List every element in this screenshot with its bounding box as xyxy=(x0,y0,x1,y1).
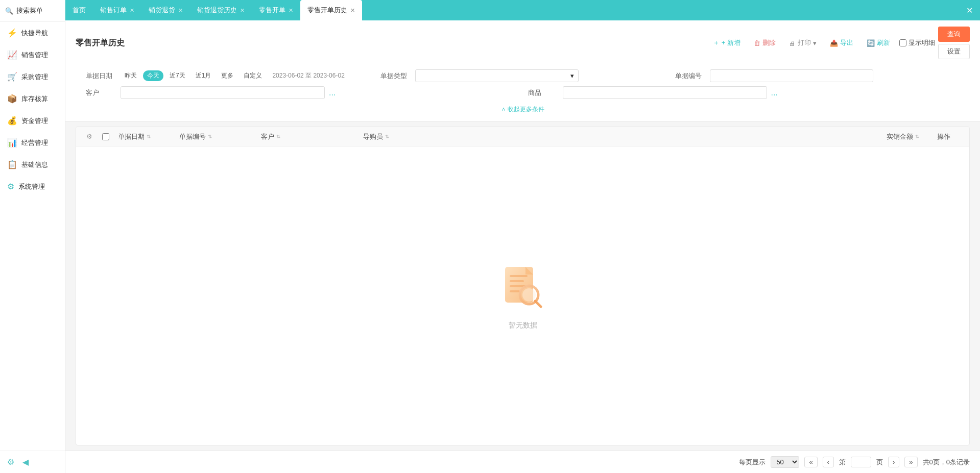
filter-customer: 客户 ... xyxy=(86,86,518,99)
sidebar-item-label: 销售管理 xyxy=(21,51,48,60)
export-icon: 📤 xyxy=(830,39,838,47)
query-buttons: 查询 设置 xyxy=(938,27,970,59)
print-icon: 🖨 xyxy=(789,39,796,47)
th-action: 操作 xyxy=(923,132,964,141)
th-guide[interactable]: 导购员 ⇅ xyxy=(359,132,420,141)
tab-retail-open-history[interactable]: 零售开单历史 ✕ xyxy=(300,0,362,20)
tab-retail-open-close[interactable]: ✕ xyxy=(289,7,293,14)
refresh-label: 刷新 xyxy=(877,38,890,47)
th-customer-sort: ⇅ xyxy=(276,134,280,139)
delete-button[interactable]: 🗑 删除 xyxy=(750,36,780,49)
operations-icon: 📊 xyxy=(7,138,17,147)
show-detail-check[interactable] xyxy=(899,39,906,46)
tab-sales-order[interactable]: 销售订单 ✕ xyxy=(93,0,141,20)
date-btn-more[interactable]: 更多 xyxy=(217,70,237,81)
date-btn-custom[interactable]: 自定义 xyxy=(240,70,266,81)
th-number-sort: ⇅ xyxy=(208,134,212,139)
th-number[interactable]: 单据编号 ⇅ xyxy=(175,132,257,141)
settings-icon[interactable]: ⚙ xyxy=(7,457,14,467)
tab-sales-return[interactable]: 销货退货 ✕ xyxy=(141,0,190,20)
show-detail-label: 显示明细 xyxy=(909,38,935,47)
sys-mgmt-icon: ⚙ xyxy=(7,182,14,191)
inventory-icon: 📦 xyxy=(7,94,17,104)
type-dropdown-icon: ▾ xyxy=(570,72,574,80)
th-date[interactable]: 单据日期 ⇅ xyxy=(114,132,175,141)
date-btn-7days[interactable]: 近7天 xyxy=(165,70,189,81)
filter-number: 单据编号 xyxy=(675,69,960,82)
collapse-icon[interactable]: ◀ xyxy=(22,457,29,467)
th-amount[interactable]: 实销金额 ⇅ xyxy=(862,132,923,141)
sidebar-item-label: 经营管理 xyxy=(21,138,48,147)
purchase-mgmt-icon: 🛒 xyxy=(7,72,17,82)
show-detail-checkbox[interactable]: 显示明细 xyxy=(899,38,935,47)
customer-more-btn[interactable]: ... xyxy=(329,88,336,97)
setting-button[interactable]: 设置 xyxy=(938,44,970,59)
th-amount-sort: ⇅ xyxy=(915,134,919,139)
refresh-button[interactable]: 🔄 刷新 xyxy=(863,36,894,49)
first-page-button[interactable]: « xyxy=(804,457,817,467)
finance-icon: 💰 xyxy=(7,116,17,126)
tab-home[interactable]: 首页 xyxy=(65,0,93,20)
type-select[interactable]: ▾ xyxy=(415,69,579,82)
page-header: 零售开单历史 ＋ + 新增 🗑 删除 🖨 打印 ▾ xyxy=(65,20,980,121)
print-button[interactable]: 🖨 打印 ▾ xyxy=(785,36,821,49)
sidebar-item-sys-mgmt[interactable]: ⚙ 系统管理 xyxy=(0,176,65,197)
print-dropdown-icon: ▾ xyxy=(813,39,817,47)
next-page-button[interactable]: › xyxy=(888,457,899,467)
product-more-btn[interactable]: ... xyxy=(771,88,778,97)
tab-retail-open-history-close[interactable]: ✕ xyxy=(350,7,355,14)
th-customer[interactable]: 客户 ⇅ xyxy=(257,132,359,141)
tab-sales-return-close[interactable]: ✕ xyxy=(178,7,183,14)
number-input[interactable] xyxy=(710,69,873,82)
sidebar-search[interactable]: 🔍 搜索菜单 xyxy=(0,0,65,22)
th-check[interactable] xyxy=(98,133,114,140)
date-buttons: 昨天 今天 近7天 近1月 更多 自定义 xyxy=(121,70,266,81)
date-btn-yesterday[interactable]: 昨天 xyxy=(121,70,141,81)
collapse-bar[interactable]: ∧ 收起更多条件 xyxy=(86,103,960,116)
sidebar-item-label: 库存核算 xyxy=(21,94,48,104)
sidebar: 🔍 搜索菜单 ⚡ 快捷导航 📈 销售管理 🛒 采购管理 📦 库存核算 💰 资金管… xyxy=(0,0,65,473)
th-guide-sort: ⇅ xyxy=(385,134,389,139)
empty-text: 暂无数据 xyxy=(509,321,537,330)
close-all-tabs-button[interactable]: ✕ xyxy=(959,6,980,15)
tab-sales-return-history-label: 销货退货历史 xyxy=(197,6,237,15)
tab-sales-return-history[interactable]: 销货退货历史 ✕ xyxy=(190,0,252,20)
page-label: 第 xyxy=(839,458,846,467)
date-btn-today[interactable]: 今天 xyxy=(143,70,163,81)
page-suffix: 页 xyxy=(876,458,883,467)
sidebar-item-purchase-mgmt[interactable]: 🛒 采购管理 xyxy=(0,66,65,88)
sidebar-item-operations[interactable]: 📊 经营管理 xyxy=(0,132,65,154)
date-btn-1month[interactable]: 近1月 xyxy=(192,70,216,81)
th-settings[interactable]: ⚙ xyxy=(81,133,98,140)
empty-state: 暂无数据 xyxy=(76,146,969,445)
filter-row-2: 客户 ... 商品 ... xyxy=(86,86,960,99)
per-page-label: 每页显示 xyxy=(739,458,766,467)
main-area: 首页 销售订单 ✕ 销货退货 ✕ 销货退货历史 ✕ 零售开单 ✕ 零售开单历史 … xyxy=(65,0,980,473)
th-date-sort: ⇅ xyxy=(147,134,151,139)
sidebar-item-inventory[interactable]: 📦 库存核算 xyxy=(0,88,65,110)
sidebar-item-sales-mgmt[interactable]: 📈 销售管理 xyxy=(0,44,65,66)
prev-page-button[interactable]: ‹ xyxy=(823,457,834,467)
tab-retail-open[interactable]: 零售开单 ✕ xyxy=(252,0,300,20)
table-header: ⚙ 单据日期 ⇅ 单据编号 ⇅ 客户 ⇅ 导购员 ⇅ xyxy=(76,127,969,146)
product-input[interactable] xyxy=(563,86,767,99)
tab-bar: 首页 销售订单 ✕ 销货退货 ✕ 销货退货历史 ✕ 零售开单 ✕ 零售开单历史 … xyxy=(65,0,980,20)
per-page-select[interactable]: 50 20 100 xyxy=(771,456,799,468)
page-input[interactable]: 1 xyxy=(851,457,871,467)
add-button[interactable]: ＋ + 新增 xyxy=(709,36,745,49)
tab-sales-return-label: 销货退货 xyxy=(149,6,175,15)
last-page-button[interactable]: » xyxy=(904,457,917,467)
customer-input[interactable] xyxy=(121,86,325,99)
select-all-checkbox[interactable] xyxy=(102,133,109,140)
sidebar-item-label: 快捷导航 xyxy=(21,29,48,38)
sidebar-item-finance[interactable]: 💰 资金管理 xyxy=(0,110,65,132)
sidebar-item-basic-info[interactable]: 📋 基础信息 xyxy=(0,154,65,176)
sidebar-item-label: 系统管理 xyxy=(18,182,45,191)
sidebar-item-quick-nav[interactable]: ⚡ 快捷导航 xyxy=(0,22,65,44)
tab-sales-order-close[interactable]: ✕ xyxy=(130,7,134,14)
tab-home-label: 首页 xyxy=(73,6,86,15)
sidebar-item-label: 资金管理 xyxy=(21,116,48,126)
export-button[interactable]: 📤 导出 xyxy=(826,36,857,49)
tab-sales-return-history-close[interactable]: ✕ xyxy=(240,7,245,14)
query-button[interactable]: 查询 xyxy=(938,27,970,42)
